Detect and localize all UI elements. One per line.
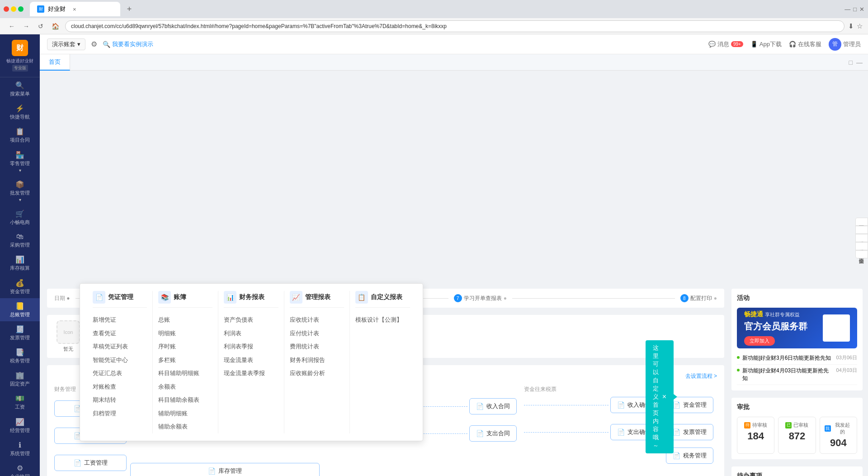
custom-col-icon: 📋: [355, 291, 368, 304]
news-item-2[interactable]: 新功能|好业财4月03日功能更新抢先知 04月03日: [737, 365, 857, 385]
tab-restore-icon[interactable]: □: [849, 59, 853, 66]
online-service-button[interactable]: 🎧 在线客服: [789, 40, 821, 48]
browser-restore-icon[interactable]: □: [853, 6, 857, 13]
sidebar-item-salary[interactable]: 💵 工资: [0, 390, 40, 414]
todo-title: 待办事项: [737, 472, 857, 476]
menu-item-aux-balance[interactable]: 辅助余额表: [158, 420, 212, 433]
menu-item-balance-sheet[interactable]: 余额表: [158, 380, 212, 394]
menu-item-smart-voucher[interactable]: 智能凭证中心: [93, 353, 147, 367]
sidebar-label-shortcut: 快捷导航: [10, 114, 30, 120]
tab-home[interactable]: 首页: [40, 54, 70, 71]
tab-close-button[interactable]: ×: [73, 6, 76, 13]
approval-card-initiated[interactable]: 我 我发起的 904: [820, 417, 857, 454]
menu-item-draft-voucher[interactable]: 草稿凭证列表: [93, 340, 147, 353]
sqn-homepage-settings[interactable]: 首页设置: [855, 218, 868, 226]
main-layout: 财 畅捷通好业财 专业版 🔍 搜索菜单 ⚡ 快捷导航 📋 项目合同 🏪 零售管理…: [0, 34, 868, 476]
menu-item-reconcile[interactable]: 对账检查: [93, 380, 147, 394]
sqn-desktop-shortcut[interactable]: 桌面快捷: [855, 250, 868, 258]
menu-item-sequential-ledger[interactable]: 序时账: [158, 340, 212, 353]
user-menu[interactable]: 管 管理员: [829, 38, 861, 51]
sqn-hotline[interactable]: 客服热线: [855, 234, 868, 242]
home-button[interactable]: 🏠: [49, 20, 61, 33]
sidebar-item-tax[interactable]: 📑 税务管理: [0, 344, 40, 367]
sidebar-item-project[interactable]: 📋 项目合同: [0, 124, 40, 147]
forward-button[interactable]: →: [20, 20, 33, 33]
sidebar-item-base[interactable]: ℹ 系统管理: [0, 437, 40, 460]
sidebar-item-shortcut[interactable]: ⚡ 快捷导航: [0, 100, 40, 124]
sidebar-item-wholesale[interactable]: 📦 批发管理 ▾: [0, 176, 40, 206]
banner-subtitle: 享社群专属权益: [765, 311, 800, 318]
menu-item-aux-detail-ledger[interactable]: 辅助明细账: [158, 407, 212, 420]
activity-banner[interactable]: 畅捷通 享社群专属权益 官方会员服务群 立即加入: [737, 308, 857, 348]
sidebar-item-inventory[interactable]: 📊 库存核算: [0, 252, 40, 275]
sidebar-item-purchase[interactable]: 🛍 采购管理: [0, 229, 40, 252]
menu-item-general-ledger[interactable]: 总账: [158, 313, 212, 327]
minimize-window[interactable]: [11, 6, 16, 12]
flow-box-salary[interactable]: 📄 工资管理: [54, 455, 127, 471]
menu-item-template-design[interactable]: 模板设计【公测】: [355, 313, 410, 327]
bookmark-icon[interactable]: ☆: [857, 22, 863, 30]
tab-minimize-icon[interactable]: —: [856, 59, 863, 66]
menu-item-view-voucher[interactable]: 查看凭证: [93, 327, 147, 340]
flow-setup-link[interactable]: 去设置流程 >: [685, 372, 717, 380]
menu-item-subject-aux-balance[interactable]: 科目辅助余额表: [158, 393, 212, 407]
sidebar-item-finance[interactable]: 💰 资金管理: [0, 275, 40, 298]
download-icon[interactable]: ⬇: [848, 22, 854, 30]
sidebar-item-invoice[interactable]: 🧾 发票管理: [0, 321, 40, 344]
menu-item-new-voucher[interactable]: 新增凭证: [93, 313, 147, 327]
refresh-button[interactable]: ↺: [34, 20, 47, 33]
flow-box-inventory[interactable]: 📄 库存管理: [130, 463, 320, 476]
menu-item-profit-report[interactable]: 财务利润报告: [290, 353, 344, 367]
sidebar-item-business[interactable]: 📈 经营管理: [0, 414, 40, 437]
mgmt-col-icon: 📈: [290, 291, 302, 304]
sqn-service-community[interactable]: 服务社区: [855, 242, 868, 250]
flow-box-expense-contract[interactable]: 📄 支出合同: [469, 425, 517, 442]
menu-item-ap-stats[interactable]: 应付统计表: [290, 327, 344, 340]
menu-item-cashflow[interactable]: 现金流量表: [224, 353, 278, 367]
tooltip-close-button[interactable]: ×: [662, 393, 666, 401]
banner-join-button[interactable]: 立即加入: [744, 336, 775, 346]
menu-item-detail-ledger[interactable]: 明细账: [158, 327, 212, 340]
sidebar-item-retail[interactable]: 🏪 零售管理 ▾: [0, 147, 40, 176]
sidebar-item-system[interactable]: ⚙ 企业协同: [0, 460, 40, 476]
approval-card-pending[interactable]: 待 待审核 184: [737, 417, 774, 454]
messages-button[interactable]: 💬 消息 99+: [708, 40, 743, 48]
menu-item-expense-stats[interactable]: 费用统计表: [290, 340, 344, 353]
browser-close-icon[interactable]: ✕: [859, 6, 864, 13]
approval-card-approved[interactable]: 已 已审核 872: [778, 417, 816, 454]
exp-con-label: 支出合同: [486, 429, 510, 438]
sidebar-label-inventory: 库存核算: [10, 265, 30, 271]
maximize-window[interactable]: [18, 6, 24, 12]
sidebar-item-ecommerce[interactable]: 🛒 小畅电商: [0, 206, 40, 229]
new-tab-button[interactable]: +: [123, 3, 136, 15]
flow-box-income-contract[interactable]: 📄 收入合同: [469, 398, 517, 414]
menu-item-voucher-summary[interactable]: 凭证汇总表: [93, 367, 147, 380]
step-item-7: 7 学习开单查报表 ●: [454, 294, 507, 302]
menu-item-profit-statement[interactable]: 利润表: [224, 327, 278, 340]
menu-item-profit-quarterly[interactable]: 利润表季报: [224, 340, 278, 353]
menu-item-subject-aux-detail[interactable]: 科目辅助明细账: [158, 367, 212, 380]
back-button[interactable]: ←: [5, 20, 18, 33]
sqn-help-center[interactable]: 帮助中心: [855, 226, 868, 234]
menu-item-archive[interactable]: 归档管理: [93, 407, 147, 420]
message-icon: 💬: [708, 41, 716, 48]
menu-item-balance-statement[interactable]: 资产负债表: [224, 313, 278, 327]
news-item-1[interactable]: 新功能|好业财3月6日功能更新抢先知 03月06日: [737, 352, 857, 365]
sidebar-item-accounting[interactable]: 📒 总账管理: [0, 298, 40, 321]
browser-tab[interactable]: 财 好业财 ×: [30, 2, 120, 16]
menu-item-multi-col-ledger[interactable]: 多栏账: [158, 353, 212, 367]
menu-item-ar-stats[interactable]: 应收统计表: [290, 313, 344, 327]
sidebar-item-assets[interactable]: 🏢 固定资产: [0, 367, 40, 390]
sidebar-item-search[interactable]: 🔍 搜索菜单: [0, 77, 40, 100]
close-window[interactable]: [4, 6, 9, 12]
address-input[interactable]: [65, 20, 844, 32]
menu-item-ar-aging[interactable]: 应收账龄分析: [290, 367, 344, 380]
app-download-button[interactable]: 📱 App下载: [750, 40, 782, 48]
header-settings-button[interactable]: ⚙: [91, 40, 97, 48]
company-selector[interactable]: 演示账套 ▾: [47, 38, 85, 50]
browser-minimize-icon[interactable]: —: [844, 6, 850, 13]
menu-item-cashflow-quarterly[interactable]: 现金流量表季报: [224, 367, 278, 380]
step-prefix: 日期 ●: [54, 295, 70, 302]
demo-search-link[interactable]: 🔍 我要看实例演示: [103, 40, 153, 48]
menu-item-period-close[interactable]: 期末结转: [93, 393, 147, 407]
